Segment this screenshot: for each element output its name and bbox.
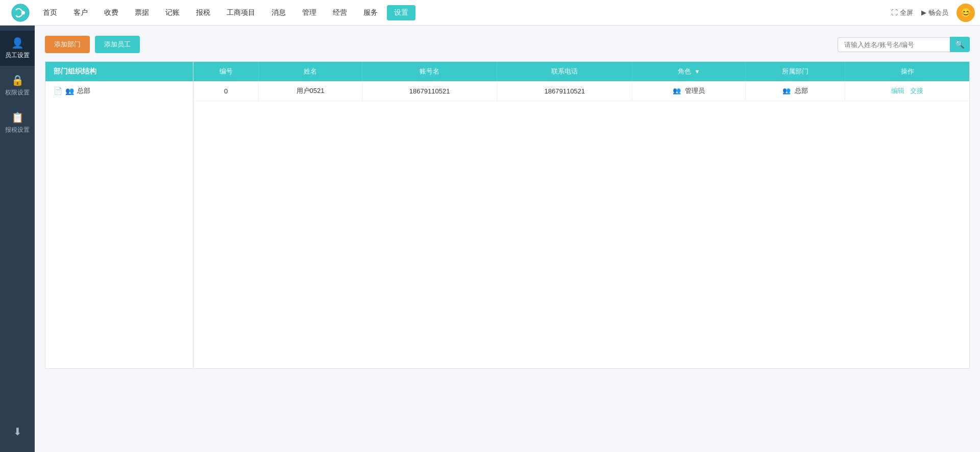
col-account: 账号名 (362, 62, 497, 81)
sidebar-employee-label: 员工设置 (5, 51, 30, 60)
col-dept: 所属部门 (746, 62, 845, 81)
table-header-row: 编号 姓名 账号名 联系电话 角色 ▼ 所属部门 操作 (193, 62, 969, 81)
cell-name: 用户0521 (259, 81, 362, 101)
col-name: 姓名 (259, 62, 362, 81)
cell-dept: 👥 总部 (746, 81, 845, 101)
nav-service[interactable]: 服务 (356, 5, 385, 20)
doc-icon: 📄 (54, 87, 62, 95)
sidebar: 👤 员工设置 🔒 权限设置 📋 报税设置 ⬇ (0, 26, 35, 452)
sidebar-download-button[interactable]: ⬇ (13, 419, 22, 444)
dept-user-icon: 👥 (782, 87, 791, 94)
tax-settings-icon: 📋 (11, 111, 24, 124)
employee-table: 编号 姓名 账号名 联系电话 角色 ▼ 所属部门 操作 0 (193, 62, 969, 101)
col-id: 编号 (193, 62, 259, 81)
main-content: 添加部门 添加员工 🔍 部门组织结构 📄 👥 总部 编号 姓名 (35, 26, 980, 452)
filter-icon[interactable]: ▼ (694, 68, 700, 75)
cell-role: 👥 管理员 (632, 81, 746, 101)
search-input[interactable] (838, 37, 950, 52)
toolbar: 添加部门 添加员工 🔍 (45, 36, 970, 53)
transfer-link[interactable]: 交接 (910, 87, 923, 94)
sidebar-permission-label: 权限设置 (5, 88, 30, 97)
top-navigation: 首页 客户 收费 票据 记账 报税 工商项目 消息 管理 经营 服务 设置 ⛶ … (0, 0, 980, 26)
col-phone: 联系电话 (497, 62, 632, 81)
search-button[interactable]: 🔍 (950, 37, 970, 52)
user-avatar[interactable]: 😊 (957, 4, 975, 22)
left-panel: 部门组织结构 📄 👥 总部 (45, 62, 193, 368)
app-logo[interactable] (5, 4, 36, 22)
nav-ticket[interactable]: 票据 (128, 5, 156, 20)
add-emp-button[interactable]: 添加员工 (95, 36, 140, 53)
fullscreen-button[interactable]: ⛶ 全屏 (891, 8, 913, 17)
sidebar-item-employee[interactable]: 👤 员工设置 (0, 31, 35, 66)
nav-home[interactable]: 首页 (36, 5, 64, 20)
download-icon: ⬇ (13, 425, 22, 438)
nav-client[interactable]: 客户 (66, 5, 95, 20)
right-panel: 编号 姓名 账号名 联系电话 角色 ▼ 所属部门 操作 0 (193, 62, 969, 368)
member-button[interactable]: ▶ 畅会员 (921, 8, 948, 17)
role-user-icon: 👥 (673, 87, 681, 94)
col-role: 角色 ▼ (632, 62, 746, 81)
nav-menu: 首页 客户 收费 票据 记账 报税 工商项目 消息 管理 经营 服务 设置 (36, 5, 891, 20)
table-row: 0 用户0521 18679110521 18679110521 👥 管理员 👥… (193, 81, 969, 101)
user-tree-icon: 👥 (65, 87, 74, 95)
nav-right-area: ⛶ 全屏 ▶ 畅会员 😊 (891, 4, 975, 22)
nav-message[interactable]: 消息 (264, 5, 293, 20)
add-dept-button[interactable]: 添加部门 (45, 36, 90, 53)
col-actions: 操作 (845, 62, 969, 81)
nav-tax[interactable]: 报税 (189, 5, 217, 20)
cell-actions: 编辑 交接 (845, 81, 969, 101)
nav-manage[interactable]: 管理 (295, 5, 324, 20)
search-area: 🔍 (838, 37, 970, 52)
nav-operation[interactable]: 经营 (326, 5, 354, 20)
sidebar-taxsettings-label: 报税设置 (5, 126, 30, 134)
nav-fee[interactable]: 收费 (97, 5, 126, 20)
member-label: 畅会员 (928, 8, 948, 17)
cell-account: 18679110521 (362, 81, 497, 101)
member-icon: ▶ (921, 9, 926, 16)
sidebar-item-permission[interactable]: 🔒 权限设置 (0, 68, 35, 103)
nav-settings[interactable]: 设置 (387, 5, 415, 20)
left-panel-header: 部门组织结构 (45, 62, 193, 81)
cell-phone: 18679110521 (497, 81, 632, 101)
cell-id: 0 (193, 81, 259, 101)
nav-business[interactable]: 工商项目 (219, 5, 262, 20)
fullscreen-label: 全屏 (900, 8, 913, 17)
lock-icon: 🔒 (11, 74, 24, 86)
sidebar-item-taxsettings[interactable]: 📋 报税设置 (0, 105, 35, 140)
content-layout: 部门组织结构 📄 👥 总部 编号 姓名 账号名 联系电话 角色 (45, 61, 970, 369)
tree-item-root[interactable]: 📄 👥 总部 (45, 81, 193, 101)
svg-point-1 (21, 11, 25, 14)
employee-icon: 👤 (11, 37, 24, 49)
nav-bookkeeping[interactable]: 记账 (158, 5, 187, 20)
svg-point-0 (12, 4, 29, 21)
tree-root-label: 总部 (77, 86, 90, 96)
edit-link[interactable]: 编辑 (891, 87, 904, 94)
fullscreen-icon: ⛶ (891, 9, 898, 16)
